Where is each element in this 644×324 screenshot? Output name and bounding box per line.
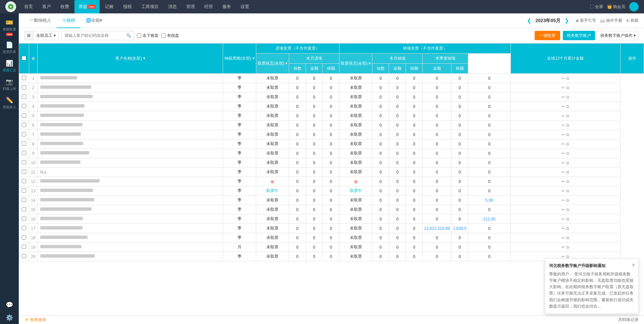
guide-btn[interactable]: ⊕ 新手引导 [576, 18, 596, 23]
copy-icon[interactable]: ⧉ [566, 198, 569, 203]
tax-digital-account-btn[interactable]: 税务数字账户 [563, 31, 595, 40]
nav-business[interactable]: 工商项目 [137, 0, 163, 13]
select-all-checkbox[interactable] [22, 56, 26, 60]
row-checkbox[interactable] [22, 132, 26, 136]
one-click-ticket-btn[interactable]: 一键取票 [535, 31, 560, 40]
nav-manage[interactable]: 管理 [182, 0, 199, 13]
copy-icon[interactable]: ⧉ [566, 217, 569, 221]
row-checkbox[interactable] [22, 207, 26, 211]
edit-icon[interactable]: ✏ [561, 207, 565, 212]
tax-operation-btn[interactable]: 税务数字账户操作 ▾ [598, 31, 639, 40]
row-checkbox[interactable] [22, 179, 26, 183]
copy-icon[interactable]: ⧉ [566, 189, 569, 193]
tab-general-taxpayer[interactable]: 一般纳税人 [24, 13, 57, 28]
copy-icon[interactable]: ⧉ [566, 104, 569, 109]
copy-icon[interactable]: ⧉ [566, 114, 569, 118]
edit-icon[interactable]: ✏ [561, 236, 565, 240]
copy-icon[interactable]: ⧉ [566, 123, 569, 128]
sidebar-item-config[interactable]: ⚙️ [0, 311, 19, 324]
sidebar-item-ticket-summary[interactable]: 📊 票据汇总 [0, 57, 19, 75]
user-avatar[interactable] [629, 2, 639, 11]
edit-icon[interactable]: ✏ [561, 114, 565, 118]
copy-icon[interactable]: ⧉ [566, 151, 569, 156]
copy-icon[interactable]: ⧉ [566, 207, 569, 212]
period-prev-btn[interactable]: ❮ [526, 16, 533, 25]
edit-icon[interactable]: ✏ [561, 95, 565, 100]
row-checkbox[interactable] [22, 85, 26, 89]
row-checkbox[interactable] [22, 123, 26, 127]
edit-icon[interactable]: ✏ [561, 245, 565, 250]
nav-fee[interactable]: 收费 [56, 0, 73, 13]
row-checkbox[interactable] [22, 113, 26, 118]
edit-icon[interactable]: ✏ [561, 151, 565, 156]
manual-btn[interactable]: 📖 操作手册 [600, 18, 622, 23]
sidebar-item-message[interactable]: 💬 [0, 299, 19, 311]
employee-filter[interactable]: ⊞ 全部员工 ▾ [24, 31, 59, 40]
row-checkbox[interactable] [22, 170, 26, 174]
my-accounts-checkbox[interactable]: 名下账套 [137, 33, 159, 39]
tab-small-scale[interactable]: 小规模 [57, 13, 80, 28]
nav-home[interactable]: 首页 [20, 0, 37, 13]
refresh-btn[interactable]: ↻ 刷新 [626, 18, 639, 23]
nav-tax[interactable]: 报税 [119, 0, 136, 13]
row-checkbox[interactable] [22, 160, 26, 165]
search-icon[interactable]: 🔍 [126, 33, 131, 38]
copy-icon[interactable]: ⧉ [566, 236, 569, 240]
edit-icon[interactable]: ✏ [561, 198, 565, 203]
copy-icon[interactable]: ⧉ [566, 85, 569, 90]
edit-icon[interactable]: ✏ [561, 189, 565, 193]
fullscreen-btn[interactable]: ⛶ 全屏 [590, 4, 603, 10]
copy-icon[interactable]: ⧉ [566, 160, 569, 165]
row-checkbox[interactable] [22, 216, 26, 221]
row-checkbox[interactable] [22, 141, 26, 146]
copy-icon[interactable]: ⧉ [566, 170, 569, 175]
nav-service[interactable]: 服务 [218, 0, 235, 13]
employee-filter-value[interactable]: 全部员工 ▾ [34, 33, 58, 39]
copy-icon[interactable]: ⧉ [566, 179, 569, 184]
edit-icon[interactable]: ✏ [561, 142, 565, 146]
tab-all-capable[interactable]: 🌐 全能 ▾ [80, 13, 108, 28]
vip-btn[interactable]: 👑 购会员 [607, 4, 625, 10]
copy-icon[interactable]: ⧉ [566, 95, 569, 100]
nav-bookkeeping[interactable]: 记账 [101, 0, 118, 13]
period-next-btn[interactable]: ❯ [563, 16, 570, 25]
sidebar-item-smart-ticket[interactable]: 🎫 智能取票 new [0, 16, 19, 39]
copy-icon[interactable]: ⧉ [566, 76, 569, 81]
copy-icon[interactable]: ⧉ [566, 132, 569, 137]
sidebar-item-ticket-entry[interactable]: ✏️ 票据录入 [0, 94, 19, 112]
app-logo[interactable] [5, 1, 16, 12]
row-checkbox[interactable] [22, 226, 26, 230]
edit-icon[interactable]: ✏ [561, 160, 565, 165]
edit-icon[interactable]: ✏ [561, 132, 565, 137]
copy-icon[interactable]: ⧉ [566, 226, 569, 231]
row-checkbox[interactable] [22, 151, 26, 155]
row-checkbox[interactable] [22, 188, 26, 193]
tax-policy-link[interactable]: ⚡ 税务政策 [24, 317, 46, 323]
edit-icon[interactable]: ✏ [561, 76, 565, 81]
row-checkbox[interactable] [22, 198, 26, 202]
nav-operation[interactable]: 经营 [200, 0, 217, 13]
copy-icon[interactable]: ⧉ [566, 245, 569, 250]
sidebar-item-scan-upload[interactable]: 📷 扫描上传 [0, 75, 19, 94]
edit-icon[interactable]: ✏ [561, 170, 565, 175]
row-checkbox[interactable] [22, 254, 26, 258]
nav-message[interactable]: 消息 [164, 0, 181, 13]
edit-icon[interactable]: ✏ [561, 226, 565, 231]
row-checkbox[interactable] [22, 76, 26, 80]
edit-icon[interactable]: ✏ [561, 179, 565, 184]
nav-settings[interactable]: 设置 [236, 0, 253, 13]
edit-icon[interactable]: ✏ [561, 85, 565, 90]
sidebar-item-invoice-open[interactable]: 📄 发票开具 [0, 39, 19, 57]
row-checkbox[interactable] [22, 104, 26, 108]
edit-icon[interactable]: ✏ [561, 123, 565, 128]
edit-icon[interactable]: ✏ [561, 217, 565, 221]
notification-close-btn[interactable]: ✕ [632, 261, 636, 269]
nav-ticket[interactable]: 票据 new [74, 0, 100, 13]
nav-customer[interactable]: 客户 [38, 0, 55, 13]
row-checkbox[interactable] [22, 235, 26, 240]
search-input[interactable] [64, 33, 125, 38]
row-checkbox[interactable] [22, 94, 26, 99]
copy-icon[interactable]: ⧉ [566, 142, 569, 146]
row-checkbox[interactable] [22, 245, 26, 249]
edit-icon[interactable]: ✏ [561, 104, 565, 109]
